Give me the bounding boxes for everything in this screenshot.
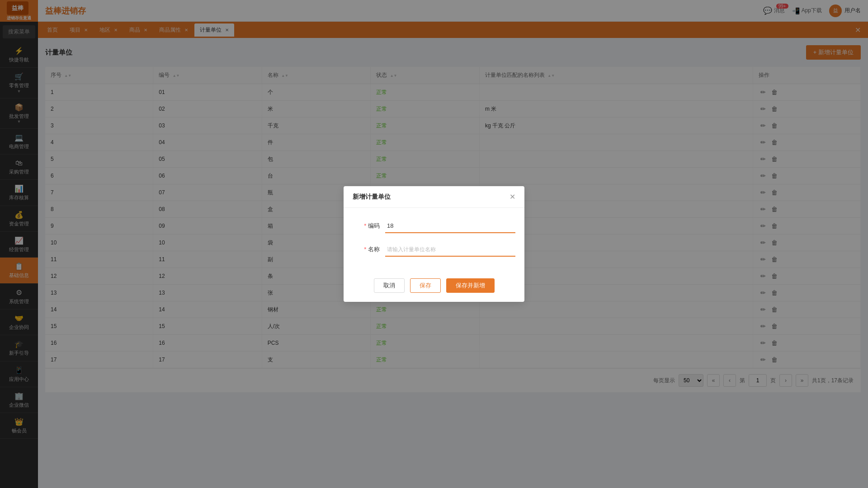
modal-title: 新增计量单位 [353,193,391,201]
form-item-code: 编码 [353,219,515,233]
modal-header: 新增计量单位 ✕ [344,186,524,208]
add-unit-modal: 新增计量单位 ✕ 编码 名称 取消 保存 保存并新增 [344,186,524,302]
form-item-name: 名称 [353,242,515,257]
save-and-new-button[interactable]: 保存并新增 [446,278,495,293]
code-label: 编码 [353,222,380,230]
name-input[interactable] [385,242,515,257]
modal-close-btn[interactable]: ✕ [509,192,515,201]
name-label: 名称 [353,245,380,253]
save-button[interactable]: 保存 [410,278,441,293]
code-input[interactable] [385,219,515,233]
cancel-button[interactable]: 取消 [374,278,405,293]
modal-overlay[interactable]: 新增计量单位 ✕ 编码 名称 取消 保存 保存并新增 [0,0,868,488]
modal-body: 编码 名称 [344,208,524,273]
modal-footer: 取消 保存 保存并新增 [344,273,524,302]
